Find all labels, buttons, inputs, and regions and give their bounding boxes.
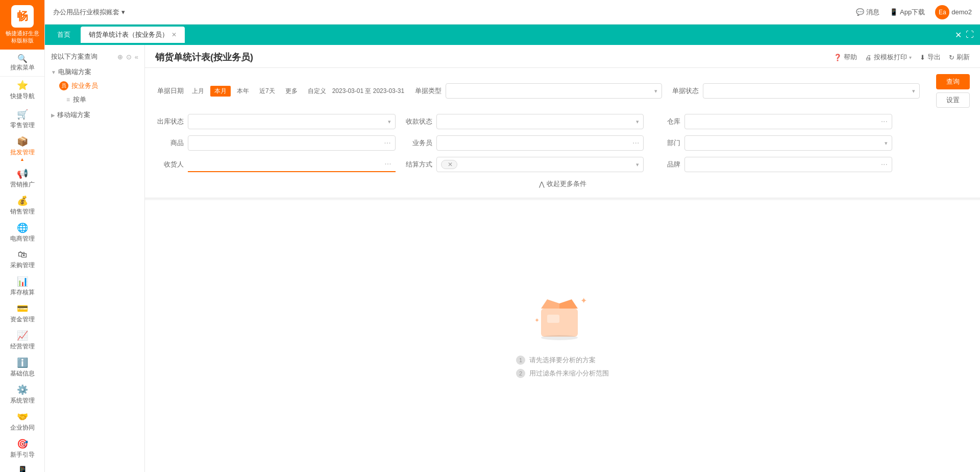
scheme-by-order[interactable]: ≡ 按单 <box>45 93 144 106</box>
left-panel: 按以下方案查询 ⊕ ⊙ « ▼ 电脑端方案 员 按业务员 ≡ <box>45 45 145 472</box>
user-profile[interactable]: Ea demo2 <box>935 5 972 19</box>
sidebar-search[interactable]: 🔍 搜索菜单 <box>0 50 44 77</box>
help-button[interactable]: ❓ 帮助 <box>834 53 857 62</box>
salesperson-dots: ··· <box>632 138 639 148</box>
hint-num-2: 2 <box>516 369 525 378</box>
pc-scheme-group: ▼ 电脑端方案 员 按业务员 ≡ 按单 <box>45 64 144 107</box>
print-dropdown-arrow[interactable]: ▾ <box>909 55 912 60</box>
receipt-status-arrow: ▾ <box>636 119 639 125</box>
mobile-group-arrow-icon: ▶ <box>51 112 55 118</box>
date-label: 单据日期 <box>155 86 184 96</box>
sidebar-logo: 畅 畅捷通好生意标版标版 <box>0 0 44 50</box>
date-tab-current-year[interactable]: 本年 <box>233 86 253 97</box>
date-range-display: 2023-03-01 至 2023-03-31 <box>332 87 404 96</box>
date-tab-current-month[interactable]: 本月 <box>210 86 231 97</box>
settings-scheme-button[interactable]: ⊙ <box>126 53 132 61</box>
sidebar-item-enterprise[interactable]: 🤝 企业协同 <box>0 408 44 435</box>
brand-dots: ··· <box>881 160 888 169</box>
department-input[interactable]: ▾ <box>684 135 892 151</box>
print-button[interactable]: 🖨 按模板打印 <box>865 53 909 62</box>
print-button-group: 🖨 按模板打印 ▾ <box>865 53 912 62</box>
empty-hints: 1 请先选择要分析的方案 2 用过滤条件来缩小分析范围 <box>516 356 609 378</box>
right-panel: 销货单统计表(按业务员) ❓ 帮助 🖨 按模板打印 ▾ ⬇ <box>145 45 980 472</box>
svg-text:✦: ✦ <box>580 296 587 305</box>
filter-area: 单据日期 上月 本月 本年 近7天 更多 自定义 2023-03-01 至 20… <box>145 68 980 198</box>
collapse-filter-button[interactable]: ⋀ 收起更多条件 <box>155 176 970 192</box>
sidebar-item-purchase[interactable]: 🛍 采购管理 <box>0 246 44 273</box>
payment-method-arrow: ▾ <box>636 161 639 168</box>
scheme-by-salesperson[interactable]: 员 按业务员 <box>45 79 144 93</box>
receiver-label: 收货人 <box>155 160 184 169</box>
warehouse-input[interactable]: ··· <box>684 114 892 129</box>
receiver-input[interactable]: ··· <box>188 157 396 172</box>
out-status-arrow: ▾ <box>388 119 391 125</box>
receiver-dots: ··· <box>384 159 391 169</box>
sidebar-item-operations[interactable]: 📈 经营管理 <box>0 327 44 354</box>
avatar: Ea <box>935 5 949 19</box>
topbar-right: 💬 消息 📱 App下载 Ea demo2 <box>856 5 972 19</box>
tab-close-button[interactable]: ✕ <box>172 31 177 38</box>
query-buttons: 查询 设置 <box>928 74 970 108</box>
collapse-panel-button[interactable]: « <box>135 53 138 61</box>
subitem-icon: ≡ <box>66 96 70 103</box>
sidebar-item-marketing[interactable]: 📢 营销推广 <box>0 165 44 192</box>
doc-status-arrow: ▾ <box>912 88 915 95</box>
date-tab-custom[interactable]: 自定义 <box>304 86 330 97</box>
tab-expand-button[interactable]: ⛶ <box>966 30 974 39</box>
mobile-scheme-group: ▶ 移动端方案 <box>45 107 144 123</box>
query-button[interactable]: 查询 <box>936 74 970 89</box>
industry-dropdown[interactable]: 办公用品行业模拟账套 ▾ <box>53 8 125 17</box>
out-status-input[interactable]: ▾ <box>188 114 396 129</box>
tab-close-window-button[interactable]: ✕ <box>955 30 962 40</box>
goods-input[interactable]: ··· <box>188 135 396 151</box>
sidebar: 畅 畅捷通好生意标版标版 🔍 搜索菜单 ⭐ 快捷导航 🛒 零售管理 📦 批发管理… <box>0 0 45 472</box>
left-panel-actions: ⊕ ⊙ « <box>117 53 138 61</box>
svg-point-4 <box>541 335 578 340</box>
settings-button[interactable]: 设置 <box>936 92 970 108</box>
sidebar-item-newbie[interactable]: 🎯 新手引导 <box>0 435 44 462</box>
app-download-button[interactable]: 📱 App下载 <box>890 8 925 17</box>
logo-text: 畅捷通好生意标版标版 <box>6 30 39 44</box>
receipt-status-label: 收款状态 <box>404 117 432 126</box>
main-area: 办公用品行业模拟账套 ▾ 💬 消息 📱 App下载 Ea demo2 首页 <box>45 0 980 472</box>
sidebar-item-finance[interactable]: 💳 资金管理 <box>0 300 44 327</box>
salesperson-input[interactable]: ··· <box>436 135 644 151</box>
date-tab-more[interactable]: 更多 <box>281 86 302 97</box>
sidebar-item-appstore[interactable]: 📱 应用中心 <box>0 462 44 472</box>
doc-type-arrow: ▾ <box>654 88 657 95</box>
sidebar-item-system[interactable]: ⚙️ 系统管理 <box>0 381 44 408</box>
message-button[interactable]: 💬 消息 <box>856 8 879 17</box>
add-scheme-button[interactable]: ⊕ <box>117 53 123 61</box>
department-arrow: ▾ <box>885 140 888 147</box>
pc-group-toggle[interactable]: ▼ 电脑端方案 <box>45 65 144 79</box>
doc-status-input[interactable]: ▾ <box>703 83 920 99</box>
goods-label: 商品 <box>155 138 184 148</box>
sidebar-item-ecommerce[interactable]: 🌐 电商管理 <box>0 219 44 246</box>
tabbar-actions: ✕ ⛶ <box>955 30 980 40</box>
sidebar-item-quick-nav[interactable]: ⭐ 快捷导航 <box>0 77 44 104</box>
topbar-left: 办公用品行业模拟账套 ▾ <box>53 8 125 17</box>
sidebar-item-inventory[interactable]: 📊 库存核算 <box>0 273 44 300</box>
date-tab-last-month[interactable]: 上月 <box>188 86 208 97</box>
scheme-icon: 员 <box>59 81 68 90</box>
sidebar-item-wholesale[interactable]: 📦 批发管理 ▲ <box>0 133 44 165</box>
refresh-button[interactable]: ↻ 刷新 <box>949 53 970 62</box>
date-tab-last-7-days[interactable]: 近7天 <box>255 86 279 97</box>
receipt-status-input[interactable]: ▾ <box>436 114 644 129</box>
doc-type-input[interactable]: ▾ <box>446 83 663 99</box>
sidebar-item-retail[interactable]: 🛒 零售管理 <box>0 106 44 133</box>
sidebar-item-sales[interactable]: 💰 销售管理 <box>0 192 44 219</box>
page-title: 销货单统计表(按业务员) <box>155 51 253 63</box>
payment-method-input[interactable]: ✕ ▾ <box>436 157 644 172</box>
topbar: 办公用品行业模拟账套 ▾ 💬 消息 📱 App下载 Ea demo2 <box>45 0 980 25</box>
tab-home[interactable]: 首页 <box>49 27 79 43</box>
sidebar-item-basic[interactable]: ℹ️ 基础信息 <box>0 354 44 381</box>
empty-state: ✦ ✦ <box>145 200 980 472</box>
payment-clear-tag: ✕ <box>441 160 457 169</box>
mobile-group-toggle[interactable]: ▶ 移动端方案 <box>45 108 144 122</box>
export-button[interactable]: ⬇ 导出 <box>920 53 941 62</box>
group-arrow-icon: ▼ <box>51 69 56 75</box>
brand-input[interactable]: ··· <box>684 157 892 172</box>
tab-sales-report[interactable]: 销货单统计表（按业务员） ✕ <box>81 27 185 43</box>
payment-clear-button[interactable]: ✕ <box>448 161 453 168</box>
